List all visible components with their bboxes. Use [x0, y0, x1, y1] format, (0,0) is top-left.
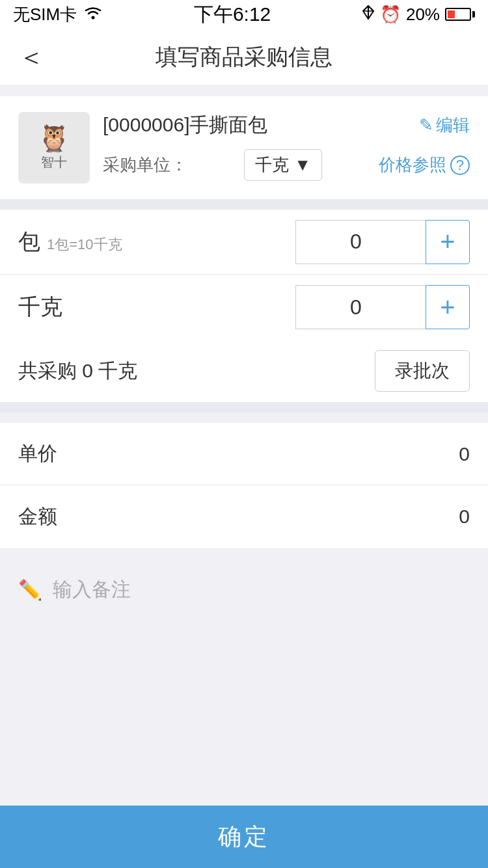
pencil-icon: ✏️ — [18, 578, 42, 601]
product-logo-text: 智十 — [41, 154, 67, 171]
bao-quantity-input[interactable] — [295, 220, 426, 264]
product-name-row: [0000006]手撕面包 ✎ 编辑 — [103, 112, 470, 139]
unit-value: 千克 — [255, 154, 289, 176]
edit-icon: ✎ — [419, 115, 433, 135]
svg-point-0 — [92, 16, 95, 19]
quantity-input-section: 包 1包=10千克 + 千克 + — [0, 210, 488, 340]
unit-price-label: 单价 — [18, 441, 57, 467]
kg-quantity-input[interactable] — [295, 285, 426, 329]
edit-button[interactable]: ✎ 编辑 — [419, 114, 470, 137]
edit-label: 编辑 — [436, 114, 470, 137]
nav-bar: ＜ 填写商品采购信息 — [0, 29, 488, 86]
section-divider-2 — [0, 402, 488, 413]
location-icon — [362, 5, 375, 25]
carrier-text: 无SIM卡 — [13, 3, 77, 26]
kg-input-row: 千克 + — [0, 275, 488, 340]
summary-prefix: 共采购 — [18, 360, 77, 381]
kg-label: 千克 — [18, 292, 62, 322]
unit-select[interactable]: 千克 ▼ — [244, 149, 322, 181]
summary-amount-value: 0 — [82, 360, 93, 381]
remark-input[interactable]: 输入备注 — [53, 576, 131, 603]
confirm-button[interactable]: 确定 — [0, 806, 488, 868]
product-unit-row: 采购单位： 千克 ▼ 价格参照 ? — [103, 149, 470, 181]
bao-plus-button[interactable]: + — [426, 220, 470, 264]
bottom-empty-area — [0, 621, 488, 817]
bao-label: 包 — [18, 227, 40, 257]
status-bar: 无SIM卡 下午6:12 ⏰ 20% — [0, 0, 488, 29]
kg-input-controls: + — [146, 285, 470, 329]
bao-label-area: 包 1包=10千克 — [18, 227, 135, 257]
unit-prefix-label: 采购单位： — [103, 154, 187, 176]
bao-input-row: 包 1包=10千克 + — [0, 210, 488, 275]
amount-value: 0 — [459, 506, 470, 528]
page-title: 填写商品采购信息 — [156, 42, 332, 72]
kg-plus-button[interactable]: + — [426, 285, 470, 329]
status-left: 无SIM卡 — [13, 3, 103, 26]
price-ref-button[interactable]: 价格参照 ? — [379, 154, 470, 176]
wifi-icon — [83, 5, 103, 25]
remark-section[interactable]: ✏️ 输入备注 — [0, 558, 488, 621]
battery-icon — [445, 8, 475, 21]
battery-percent: 20% — [406, 5, 440, 25]
bao-sublabel: 1包=10千克 — [47, 235, 122, 254]
chevron-down-icon: ▼ — [294, 155, 311, 175]
confirm-button-label: 确定 — [218, 821, 270, 853]
price-section: 单价 0 金额 0 — [0, 423, 488, 548]
kg-label-area: 千克 — [18, 292, 135, 322]
summary-text: 共采购 0 千克 — [18, 358, 137, 385]
batch-button[interactable]: 录批次 — [375, 350, 470, 392]
summary-unit-value: 千克 — [98, 360, 137, 381]
back-button[interactable]: ＜ — [18, 39, 44, 75]
bao-input-controls: + — [146, 220, 470, 264]
product-card: 🦉 智十 [0000006]手撕面包 ✎ 编辑 采购单位： 千克 ▼ 价格参照 … — [0, 96, 488, 199]
alarm-icon: ⏰ — [380, 5, 401, 25]
product-logo-icon: 🦉 — [38, 125, 70, 151]
status-time: 下午6:12 — [194, 1, 271, 28]
amount-label: 金额 — [18, 504, 57, 530]
amount-row: 金额 0 — [0, 485, 488, 548]
product-image: 🦉 智十 — [18, 112, 90, 183]
price-ref-help-icon: ? — [450, 156, 470, 175]
product-name: [0000006]手撕面包 — [103, 112, 267, 139]
section-divider-1 — [0, 199, 488, 210]
price-ref-label: 价格参照 — [379, 154, 446, 176]
product-info: [0000006]手撕面包 ✎ 编辑 采购单位： 千克 ▼ 价格参照 ? — [103, 112, 470, 181]
status-right: ⏰ 20% — [362, 5, 475, 25]
unit-price-value: 0 — [459, 443, 470, 465]
summary-row: 共采购 0 千克 录批次 — [0, 340, 488, 402]
unit-price-row: 单价 0 — [0, 423, 488, 485]
